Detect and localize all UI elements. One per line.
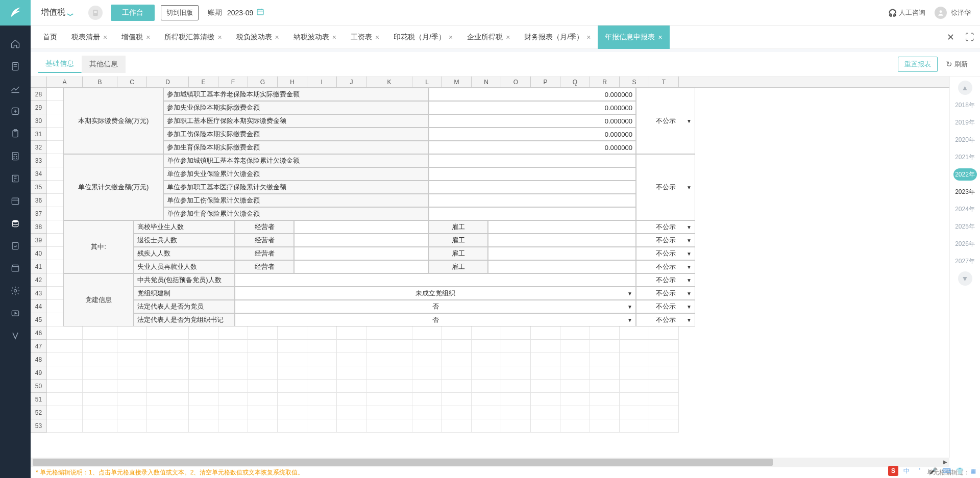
people-cval-2[interactable] [488,247,636,260]
row-header-45[interactable]: 45 [31,313,47,326]
row-header-29[interactable]: 29 [31,101,47,114]
close-icon[interactable]: × [217,33,222,41]
ime-lang-icon[interactable]: 中 [901,466,912,476]
column-header-N[interactable]: N [472,77,501,87]
sidebar-v[interactable] [0,324,31,347]
row-header-35[interactable]: 35 [31,181,47,194]
column-header-G[interactable]: G [248,77,278,87]
people-c-0[interactable]: 雇工 [429,220,488,234]
close-all-tabs-icon[interactable]: ✕ [943,30,958,44]
party-row1[interactable]: 中共党员(包括预备党员)人数 [134,273,235,287]
column-header-P[interactable]: P [531,77,560,87]
group2-item-0[interactable]: 单位参加城镇职工基本养老保险累计欠缴金额 [163,154,429,167]
party-row2-val[interactable]: 未成立党组织 [235,287,636,300]
column-header-T[interactable]: T [649,77,679,87]
group1-item-2[interactable]: 参加职工基本医疗保险本期实际缴费金额 [163,114,429,128]
ime-sogou-icon[interactable]: S [888,466,898,476]
people-bval-2[interactable] [294,247,429,260]
row-header-32[interactable]: 32 [31,141,47,154]
group2-item-2[interactable]: 单位参加职工基本医疗保险累计欠缴金额 [163,181,429,194]
ime-punct-icon[interactable]: ' [915,466,925,476]
row-header-39[interactable]: 39 [31,234,47,247]
people-c-2[interactable]: 雇工 [429,247,488,260]
group2-item-3[interactable]: 单位参加工伤保险累计欠缴金额 [163,194,429,207]
sidebar-video[interactable] [0,302,31,324]
party-display-3[interactable]: 不公示 [636,300,695,313]
row-header-34[interactable]: 34 [31,167,47,181]
people-display-0[interactable]: 不公示 [636,220,695,234]
people-bval-3[interactable] [294,260,429,273]
qizhong-title[interactable]: 其中: [63,220,134,273]
row-header-37[interactable]: 37 [31,207,47,220]
row-header-28[interactable]: 28 [31,88,47,101]
close-icon[interactable]: × [103,33,107,41]
people-b-1[interactable]: 经营者 [235,234,294,247]
year-2026年[interactable]: 2026年 [953,238,977,250]
tab-6[interactable]: 工资表× [344,26,386,49]
group1-value-0[interactable]: 0.000000 [429,88,636,101]
year-next-icon[interactable]: ▼ [958,271,972,286]
group2-value-4[interactable] [429,207,636,220]
column-header-S[interactable]: S [620,77,649,87]
sidebar-tax[interactable] [0,167,31,190]
year-2023年[interactable]: 2023年 [953,186,977,198]
people-c-3[interactable]: 雇工 [429,260,488,273]
row-header-48[interactable]: 48 [31,353,47,366]
column-header-M[interactable]: M [442,77,472,87]
people-b-3[interactable]: 经营者 [235,260,294,273]
user-menu[interactable]: 徐泽华 [935,7,971,19]
group1-value-3[interactable]: 0.000000 [429,128,636,141]
column-header-D[interactable]: D [147,77,189,87]
row-header-50[interactable]: 50 [31,380,47,393]
row-header-36[interactable]: 36 [31,194,47,207]
tab-7[interactable]: 印花税（月/季）× [386,26,460,49]
sidebar-money[interactable] [0,100,31,122]
sidebar-chart[interactable] [0,78,31,100]
row-header-49[interactable]: 49 [31,366,47,380]
reset-report-button[interactable]: 重置报表 [898,57,938,72]
year-2027年[interactable]: 2027年 [953,255,977,267]
sidebar-report[interactable] [0,55,31,78]
people-bval-0[interactable] [294,220,429,234]
people-bval-1[interactable] [294,234,429,247]
row-header-47[interactable]: 47 [31,340,47,353]
year-2019年[interactable]: 2019年 [953,116,977,129]
calendar-icon[interactable] [256,8,264,18]
group1-item-0[interactable]: 参加城镇职工基本养老保险本期实际缴费金额 [163,88,429,101]
year-2024年[interactable]: 2024年 [953,203,977,215]
party-display-1[interactable]: 不公示 [636,273,695,287]
sidebar-archive[interactable] [0,257,31,280]
tab-2[interactable]: 增值税× [114,26,157,49]
group1-title[interactable]: 本期实际缴费金额(万元) [63,88,163,154]
sidebar-settings[interactable] [0,280,31,302]
period-value[interactable]: 2023-09 [227,9,253,17]
group2-title[interactable]: 单位累计欠缴金额(万元) [63,154,163,220]
close-icon[interactable]: × [586,33,591,41]
ime-mic-icon[interactable]: 🎤 [928,466,938,476]
group2-display[interactable]: 不公示 [636,154,695,220]
people-a-2[interactable]: 残疾人人数 [134,247,235,260]
column-header-O[interactable]: O [501,77,531,87]
column-header-J[interactable]: J [337,77,366,87]
horizontal-scroll-thumb[interactable] [33,459,773,466]
sidebar-receipt[interactable] [0,235,31,257]
sidebar-clipboard[interactable] [0,122,31,145]
module-dropdown-caret[interactable]: ⌄ [63,7,95,18]
group1-value-1[interactable]: 0.000000 [429,101,636,114]
party-row2[interactable]: 党组织建制 [134,287,235,300]
row-header-46[interactable]: 46 [31,326,47,340]
group2-value-0[interactable] [429,154,636,167]
group1-value-2[interactable]: 0.000000 [429,114,636,128]
party-row3[interactable]: 法定代表人是否为党员 [134,300,235,313]
people-c-1[interactable]: 雇工 [429,234,488,247]
sidebar-home[interactable] [0,33,31,55]
row-header-42[interactable]: 42 [31,273,47,287]
row-header-41[interactable]: 41 [31,260,47,273]
year-prev-icon[interactable]: ▲ [958,81,972,95]
subtab-basic[interactable]: 基础信息 [38,56,82,73]
people-b-0[interactable]: 经营者 [235,220,294,234]
year-2025年[interactable]: 2025年 [953,220,977,233]
ime-keyboard-icon[interactable]: ⌨ [941,466,951,476]
column-header-B[interactable]: B [83,77,117,87]
people-a-3[interactable]: 失业人员再就业人数 [134,260,235,273]
